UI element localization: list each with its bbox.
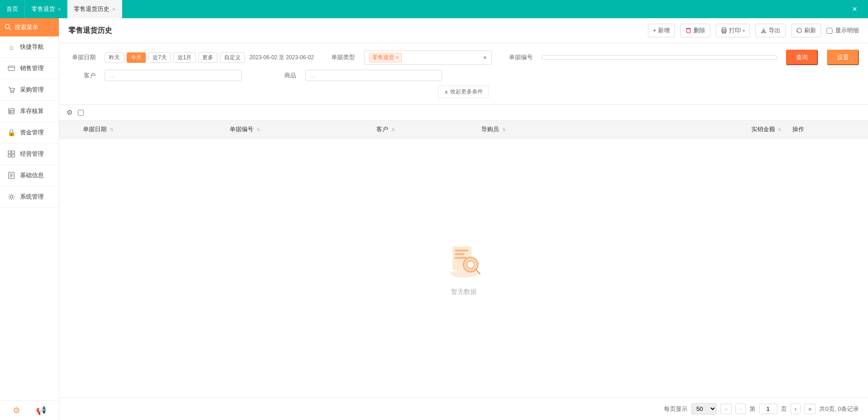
last-page-btn[interactable]: » [804, 404, 816, 414]
th-date[interactable]: 单据日期 ⇅ [77, 121, 224, 138]
sidebar-item-operations-label: 经营管理 [20, 150, 44, 158]
sidebar-item-system-mgmt[interactable]: 系统管理 [0, 186, 59, 208]
print-button[interactable]: 打印 ▾ [716, 24, 750, 37]
th-customer[interactable]: 客户 ⇅ [371, 121, 476, 138]
print-dropdown-icon[interactable]: ▾ [743, 28, 745, 33]
data-table: 单据日期 ⇅ 单据编号 ⇅ 客户 ⇅ 导购员 ⇅ [59, 121, 868, 138]
customer-placeholder: ... [110, 72, 115, 79]
export-icon [760, 27, 767, 34]
display-toggle-checkbox[interactable] [827, 28, 832, 34]
filter-settings-button[interactable]: 设置 [827, 50, 859, 65]
print-icon [721, 27, 727, 34]
date-btn-today[interactable]: 今天 [127, 52, 146, 63]
refresh-button[interactable]: 刷新 [791, 24, 821, 37]
voucher-input[interactable] [542, 55, 777, 60]
selected-type-tag: 零售退货 × [369, 53, 402, 62]
th-date-sort[interactable]: ⇅ [110, 127, 113, 132]
th-number-sort[interactable]: ⇅ [257, 127, 260, 132]
delete-button[interactable]: 删除 [680, 24, 710, 37]
first-page-btn[interactable]: « [720, 404, 732, 414]
sidebar-search-label: 搜索菜单 [15, 23, 38, 31]
window-close-button[interactable]: × [848, 3, 861, 16]
date-btn-yesterday[interactable]: 昨天 [105, 52, 124, 63]
prev-page-btn[interactable]: ‹ [735, 404, 745, 414]
select-all-checkbox[interactable] [78, 110, 84, 116]
sidebar-item-purchase-mgmt[interactable]: 采购管理 [0, 79, 59, 101]
tab-retail-return-history-close[interactable]: × [112, 6, 115, 12]
sidebar-item-finance-label: 资金管理 [20, 128, 44, 137]
th-guide-sort[interactable]: ⇅ [502, 127, 506, 132]
top-bar-right: × [848, 3, 868, 16]
goods-input[interactable]: ... [305, 70, 442, 81]
settings-bottom-icon[interactable]: ⚙ [13, 405, 20, 415]
date-range-display: 2023-06-02 至 2023-06-02 [249, 54, 313, 61]
tab-retail-return-history[interactable]: 零售退货历史 × [67, 0, 122, 18]
customer-input[interactable]: ... [105, 70, 241, 81]
goods-label: 商品 [269, 72, 296, 80]
selected-type-text: 零售退货 [372, 54, 394, 61]
date-btn-more[interactable]: 更多 [198, 52, 217, 63]
type-select[interactable]: 零售退货 × ▾ [364, 51, 492, 65]
svg-point-30 [467, 261, 474, 268]
finance-icon: 🔒 [7, 128, 15, 137]
sidebar-item-operations[interactable]: 经营管理 [0, 143, 59, 165]
tab-retail-return-history-label: 零售退货历史 [74, 5, 109, 13]
system-icon [7, 193, 15, 201]
query-button[interactable]: 查询 [786, 50, 818, 65]
sidebar-item-quick-nav-label: 快捷导航 [20, 43, 44, 51]
svg-rect-10 [8, 151, 11, 154]
th-guide[interactable]: 导购员 ⇅ [476, 121, 601, 138]
refresh-button-label: 刷新 [804, 26, 816, 35]
basic-info-icon [7, 171, 15, 179]
svg-point-5 [13, 92, 14, 92]
tab-home[interactable]: 首页 [0, 0, 25, 18]
tab-retail-return[interactable]: 零售退货 × [25, 0, 67, 18]
svg-rect-11 [12, 151, 15, 154]
collapse-row: ∧ 收起更多条件 [68, 86, 859, 98]
content-area: 零售退货历史 + 新增 删除 打印 ▾ [59, 18, 868, 420]
type-label: 单据类型 [323, 53, 355, 61]
page-input[interactable] [759, 404, 777, 414]
display-toggle[interactable]: 显示明细 [827, 26, 859, 35]
refresh-icon [796, 27, 802, 34]
sidebar-item-quick-nav[interactable]: ⌂ 快捷导航 [0, 36, 59, 58]
collapse-button-label: 收起更多条件 [450, 88, 483, 96]
add-button-label: + 新增 [653, 26, 670, 35]
sidebar-item-inventory[interactable]: 库存核算 [0, 101, 59, 122]
svg-rect-12 [8, 154, 11, 157]
speaker-icon[interactable]: 📢 [36, 405, 46, 415]
date-btn-custom[interactable]: 自定义 [220, 52, 245, 63]
sidebar-item-finance[interactable]: 🔒 资金管理 [0, 122, 59, 143]
table-toolbar: ⚙ [59, 105, 868, 121]
date-btn-1month[interactable]: 近1月 [174, 52, 196, 63]
th-guide-label: 导购员 [481, 126, 499, 133]
table-settings-icon[interactable]: ⚙ [67, 108, 72, 117]
sidebar-item-basic-info-label: 基础信息 [20, 171, 44, 179]
per-page-select[interactable]: 50 10 20 100 [691, 403, 717, 415]
th-amount-sort[interactable]: ⇅ [778, 127, 781, 132]
inventory-icon [7, 107, 15, 115]
home-icon: ⌂ [7, 43, 15, 51]
sidebar-item-basic-info[interactable]: 基础信息 [0, 165, 59, 186]
purchase-icon [7, 86, 15, 94]
add-button[interactable]: + 新增 [648, 24, 675, 37]
th-number[interactable]: 单据编号 ⇅ [224, 121, 371, 138]
per-page-label: 每页显示 [664, 405, 688, 413]
voucher-label: 单据编号 [501, 53, 533, 61]
delete-icon [685, 27, 692, 34]
sidebar-search[interactable]: 搜索菜单 [0, 18, 59, 36]
svg-rect-19 [687, 29, 690, 33]
export-button[interactable]: 导出 [755, 24, 786, 37]
print-button-label: 打印 [729, 26, 741, 35]
empty-state: 暂无数据 [59, 138, 868, 397]
sidebar-item-sales-mgmt[interactable]: 销售管理 [0, 58, 59, 79]
collapse-button[interactable]: ∧ 收起更多条件 [438, 86, 489, 98]
date-btn-7days[interactable]: 近7天 [149, 52, 171, 63]
th-amount[interactable]: 实销金额 ⇅ [640, 121, 787, 138]
collapse-up-icon: ∧ [444, 89, 448, 95]
next-page-btn[interactable]: › [791, 404, 801, 414]
top-bar: 首页 零售退货 × 零售退货历史 × × [0, 0, 868, 18]
tab-retail-return-close[interactable]: × [58, 6, 61, 12]
th-customer-sort[interactable]: ⇅ [391, 127, 395, 132]
tag-close-icon[interactable]: × [396, 55, 399, 60]
